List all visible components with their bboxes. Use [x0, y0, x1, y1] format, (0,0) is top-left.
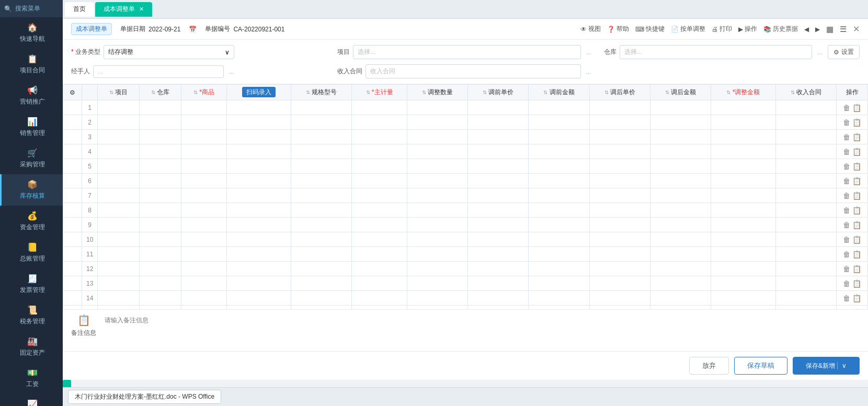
- col-settings[interactable]: ⚙: [63, 85, 82, 100]
- row-scan[interactable]: [226, 232, 291, 247]
- settings-button[interactable]: ⚙ 设置: [828, 45, 860, 59]
- row-pre-amount[interactable]: [529, 100, 589, 115]
- toolbar-grid-btn[interactable]: ▦: [826, 25, 833, 34]
- delete-icon[interactable]: 🗑: [843, 206, 850, 215]
- copy-icon[interactable]: 📋: [852, 294, 861, 302]
- row-pre-amount[interactable]: [529, 188, 589, 203]
- warehouse-select[interactable]: 选择...: [620, 45, 812, 59]
- row-warehouse[interactable]: [140, 188, 181, 203]
- row-product[interactable]: [181, 291, 226, 306]
- business-type-select[interactable]: 结存调整 ∨: [104, 45, 234, 59]
- toolbar-nav-prev-btn[interactable]: ◀: [804, 26, 809, 33]
- delete-icon[interactable]: 🗑: [843, 250, 850, 258]
- delete-icon[interactable]: 🗑: [843, 148, 850, 156]
- row-adj-qty[interactable]: [407, 291, 467, 306]
- row-pre-amount[interactable]: [529, 291, 589, 306]
- row-warehouse[interactable]: [140, 100, 181, 115]
- sidebar-item-ops-mgmt[interactable]: 📈 经营管理: [0, 394, 63, 406]
- sidebar-search[interactable]: 🔍 搜索菜单: [0, 0, 63, 17]
- row-product[interactable]: [181, 144, 226, 159]
- row-adj-qty[interactable]: [407, 188, 467, 203]
- row-pre-amount[interactable]: [529, 159, 589, 174]
- save-new-button[interactable]: 保存&新增 ∨: [793, 357, 860, 375]
- row-project[interactable]: [98, 247, 140, 262]
- row-adj-qty[interactable]: [407, 100, 467, 115]
- delete-icon[interactable]: 🗑: [843, 294, 850, 302]
- taskbar-wps-item[interactable]: 木门行业好业财处理方案-墨红红.doc - WPS Office: [68, 390, 221, 404]
- tab-home[interactable]: 首页: [65, 2, 94, 17]
- row-unit[interactable]: [352, 247, 407, 262]
- row-post-unit-price[interactable]: [589, 115, 650, 130]
- row-pre-amount[interactable]: [529, 218, 589, 232]
- row-warehouse[interactable]: [140, 232, 181, 247]
- row-post-amount[interactable]: [650, 188, 711, 203]
- sidebar-item-payroll[interactable]: 💵 工资: [0, 363, 63, 394]
- row-post-amount[interactable]: [650, 203, 711, 218]
- handler-more-btn[interactable]: ...: [227, 68, 236, 75]
- row-unit[interactable]: [352, 276, 407, 291]
- remark-input[interactable]: [102, 314, 860, 340]
- row-pre-unit-price[interactable]: [467, 130, 528, 144]
- toolbar-list-btn[interactable]: ☰: [840, 25, 847, 34]
- sidebar-item-inventory[interactable]: 📦 库存核算: [0, 174, 63, 206]
- save-new-arrow[interactable]: ∨: [837, 362, 847, 369]
- row-warehouse[interactable]: [140, 159, 181, 174]
- row-pre-amount[interactable]: [529, 262, 589, 276]
- row-product[interactable]: [181, 232, 226, 247]
- row-post-unit-price[interactable]: [589, 232, 650, 247]
- row-product[interactable]: [181, 306, 226, 310]
- project-more-btn[interactable]: ...: [584, 49, 593, 56]
- copy-icon[interactable]: 📋: [852, 279, 861, 288]
- row-scan[interactable]: [226, 159, 291, 174]
- row-warehouse[interactable]: [140, 130, 181, 144]
- row-adj-qty[interactable]: [407, 174, 467, 188]
- row-post-amount[interactable]: [650, 144, 711, 159]
- row-adj-qty[interactable]: [407, 159, 467, 174]
- row-scan[interactable]: [226, 291, 291, 306]
- row-unit[interactable]: [352, 232, 407, 247]
- row-adj-amount[interactable]: [711, 174, 775, 188]
- row-post-amount[interactable]: [650, 306, 711, 310]
- sidebar-item-sales-mgmt[interactable]: 📊 销售管理: [0, 111, 63, 143]
- row-adj-amount[interactable]: [711, 291, 775, 306]
- row-product[interactable]: [181, 100, 226, 115]
- row-income-contract[interactable]: [775, 262, 836, 276]
- row-adj-qty[interactable]: [407, 130, 467, 144]
- sidebar-item-fund-mgmt[interactable]: 💰 资金管理: [0, 206, 63, 237]
- row-adj-amount[interactable]: [711, 276, 775, 291]
- row-post-unit-price[interactable]: [589, 100, 650, 115]
- row-income-contract[interactable]: [775, 276, 836, 291]
- copy-icon[interactable]: 📋: [852, 118, 861, 127]
- row-adj-amount[interactable]: [711, 218, 775, 232]
- sidebar-item-quick-nav[interactable]: 🏠 快速导航: [0, 17, 63, 49]
- sidebar-item-fixed-assets[interactable]: 🏭 固定资产: [0, 331, 63, 363]
- delete-icon[interactable]: 🗑: [843, 279, 850, 288]
- row-post-amount[interactable]: [650, 100, 711, 115]
- row-project[interactable]: [98, 276, 140, 291]
- col-scan[interactable]: 扫码录入: [226, 85, 291, 100]
- row-product[interactable]: [181, 159, 226, 174]
- income-contract-more-btn[interactable]: ...: [584, 68, 593, 75]
- sidebar-item-purchase-mgmt[interactable]: 🛒 采购管理: [0, 143, 63, 174]
- row-post-amount[interactable]: [650, 174, 711, 188]
- copy-icon[interactable]: 📋: [852, 104, 861, 112]
- row-project[interactable]: [98, 100, 140, 115]
- sidebar-item-sales-promo[interactable]: 📢 营销推广: [0, 80, 63, 111]
- copy-icon[interactable]: 📋: [852, 235, 861, 244]
- row-income-contract[interactable]: [775, 130, 836, 144]
- row-pre-unit-price[interactable]: [467, 306, 528, 310]
- row-pre-amount[interactable]: [529, 247, 589, 262]
- row-adj-qty[interactable]: [407, 218, 467, 232]
- row-pre-unit-price[interactable]: [467, 159, 528, 174]
- row-adj-amount[interactable]: [711, 247, 775, 262]
- row-post-unit-price[interactable]: [589, 130, 650, 144]
- row-spec[interactable]: [291, 174, 352, 188]
- row-post-amount[interactable]: [650, 115, 711, 130]
- row-income-contract[interactable]: [775, 203, 836, 218]
- row-product[interactable]: [181, 262, 226, 276]
- row-pre-amount[interactable]: [529, 115, 589, 130]
- row-post-unit-price[interactable]: [589, 306, 650, 310]
- row-pre-amount[interactable]: [529, 276, 589, 291]
- calendar-icon[interactable]: 📅: [189, 26, 197, 33]
- row-pre-amount[interactable]: [529, 174, 589, 188]
